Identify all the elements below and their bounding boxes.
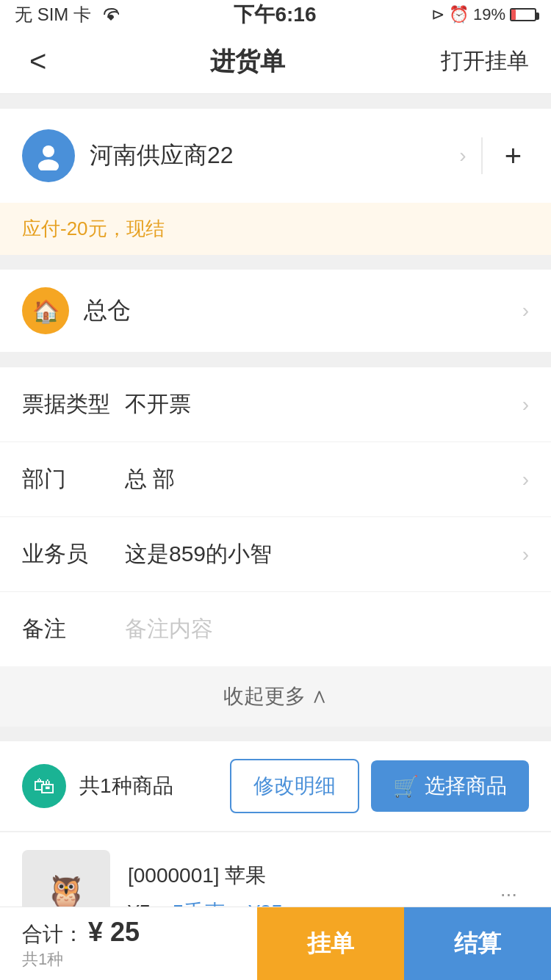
remark-label: 备注 (22, 614, 118, 644)
supplier-avatar (22, 129, 75, 182)
department-value: 总 部 (125, 464, 515, 494)
supplier-section: 河南供应商22 › + 应付-20元，现结 (0, 109, 551, 255)
signal-text: 无 SIM 卡 (15, 3, 91, 26)
salesperson-label: 业务员 (22, 539, 118, 569)
info-text: 应付-20元，现结 (22, 217, 165, 239)
divider-3 (0, 352, 551, 367)
invoice-type-row[interactable]: 票据类型 不开票 › (0, 367, 551, 442)
location-icon: ⊳ (431, 5, 444, 24)
bottom-bar: 合计： ¥ 25 共1种 挂单 结算 (0, 907, 551, 980)
invoice-type-value: 不开票 (125, 389, 515, 419)
total-amount: ¥ 25 (88, 917, 140, 948)
checkout-button[interactable]: 结算 (404, 907, 551, 980)
warehouse-icon: 🏠 (32, 298, 60, 324)
warehouse-row[interactable]: 🏠 总仓 › (0, 270, 551, 352)
battery-icon (510, 8, 536, 21)
add-supplier-button[interactable]: + (497, 132, 529, 180)
warehouse-section: 🏠 总仓 › (0, 270, 551, 352)
department-chevron-icon: › (522, 468, 529, 491)
divider-4 (0, 727, 551, 741)
invoice-type-chevron-icon: › (522, 393, 529, 417)
department-label: 部门 (22, 464, 118, 494)
collapse-row[interactable]: 收起更多 ∧ (0, 666, 551, 727)
total-count: 共1种 (22, 948, 235, 970)
product-count-icon-wrap: 🛍 (22, 764, 66, 808)
salesperson-value: 这是859的小智 (125, 539, 515, 569)
status-right: ⊳ ⏰ 19% (431, 5, 536, 24)
supplier-row[interactable]: 河南供应商22 › + (0, 109, 551, 203)
product-title: 苹果 (225, 864, 266, 887)
open-pending-button[interactable]: 打开挂单 (441, 46, 529, 76)
select-product-label: 选择商品 (425, 772, 507, 800)
alarm-icon: ⏰ (449, 5, 469, 24)
product-header: 🛍 共1种商品 修改明细 🛒 选择商品 (0, 741, 551, 831)
nav-bar: < 进货单 打开挂单 (0, 29, 551, 94)
total-section: 合计： ¥ 25 共1种 (0, 907, 257, 980)
remark-input[interactable]: 备注内容 (125, 614, 529, 644)
department-row[interactable]: 部门 总 部 › (0, 442, 551, 516)
battery-text: 19% (473, 5, 505, 24)
total-label: 合计： (22, 920, 84, 948)
edit-detail-button[interactable]: 修改明细 (230, 759, 359, 813)
svg-point-0 (43, 145, 54, 157)
product-code: [0000001] (128, 864, 220, 887)
page-title: 进货单 (210, 45, 285, 79)
cart-icon: 🛒 (393, 774, 419, 799)
wifi-icon (97, 4, 119, 25)
form-section: 票据类型 不开票 › 部门 总 部 › 业务员 这是859的小智 › 备注 备注… (0, 367, 551, 666)
divider-2 (0, 255, 551, 270)
select-product-button[interactable]: 🛒 选择商品 (371, 760, 529, 812)
svg-point-1 (38, 159, 59, 170)
checkout-label: 结算 (454, 928, 501, 960)
pending-button[interactable]: 挂单 (257, 907, 404, 980)
info-banner: 应付-20元，现结 (0, 203, 551, 255)
back-button[interactable]: < (22, 37, 54, 85)
status-left: 无 SIM 卡 (15, 3, 119, 26)
remark-row[interactable]: 备注 备注内容 (0, 591, 551, 666)
collapse-label: 收起更多 ∧ (223, 685, 328, 707)
warehouse-name: 总仓 (84, 295, 515, 327)
pending-label: 挂单 (307, 928, 354, 960)
product-bag-icon: 🛍 (33, 774, 55, 799)
invoice-type-label: 票据类型 (22, 389, 118, 419)
warehouse-icon-wrap: 🏠 (22, 287, 69, 334)
salesperson-row[interactable]: 业务员 这是859的小智 › (0, 516, 551, 591)
product-count-text: 共1种商品 (79, 772, 230, 800)
status-time: 下午6:16 (234, 1, 316, 29)
supplier-divider (481, 137, 483, 174)
supplier-chevron-icon: › (459, 144, 466, 167)
status-bar: 无 SIM 卡 下午6:16 ⊳ ⏰ 19% (0, 0, 551, 29)
supplier-name: 河南供应商22 (90, 140, 452, 172)
warehouse-chevron-icon: › (522, 299, 529, 323)
salesperson-chevron-icon: › (522, 543, 529, 566)
product-name: [0000001] 苹果 (128, 862, 489, 890)
divider-1 (0, 94, 551, 109)
